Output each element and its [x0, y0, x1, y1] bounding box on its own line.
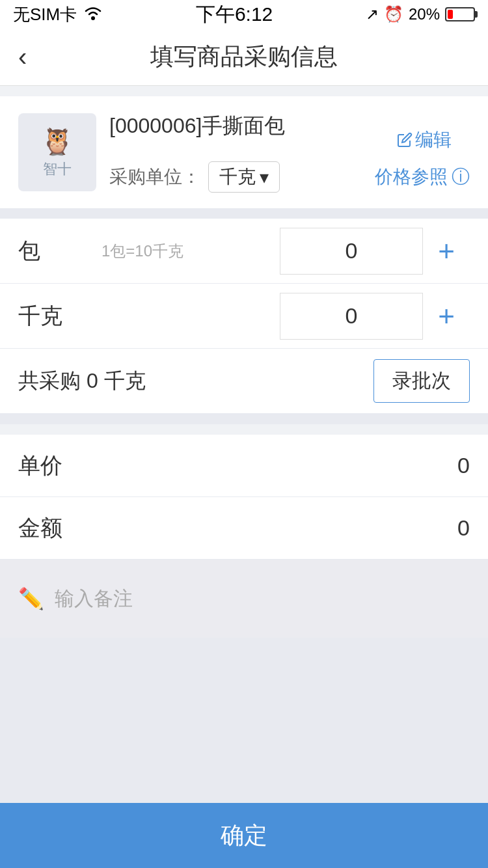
- bag-input[interactable]: [280, 228, 423, 275]
- input-section: 包 1包=10千克 + 千克 + 共采购 0 千克 录批次: [0, 219, 488, 414]
- status-left: 无SIM卡: [13, 3, 103, 26]
- product-bottom-row: 采购单位： 千克 ▾ 价格参照 ⓘ: [109, 161, 470, 193]
- product-image: 🦉 智十: [18, 113, 96, 191]
- unit-value: 千克: [219, 165, 256, 189]
- nav-bar: ‹ 填写商品采购信息: [0, 29, 488, 86]
- unit-label: 采购单位：: [109, 165, 200, 189]
- carrier-text: 无SIM卡: [13, 3, 77, 26]
- product-top-row: [0000006]手撕面包 编辑: [109, 112, 470, 151]
- status-bar: 无SIM卡 下午6:12 ↗ ⏰ 20%: [0, 0, 488, 29]
- kg-label: 千克: [18, 301, 96, 331]
- alarm-icon: ⏰: [384, 5, 403, 23]
- summary-row: 共采购 0 千克 录批次: [0, 349, 488, 414]
- notes-placeholder: 输入备注: [55, 586, 133, 612]
- price-ref-label: 价格参照: [375, 165, 448, 189]
- unit-price-label: 单价: [18, 451, 62, 481]
- confirm-button[interactable]: 确定: [0, 803, 488, 868]
- bag-plus-button[interactable]: +: [423, 228, 470, 275]
- location-icon: ↗: [366, 5, 379, 23]
- section-divider-1: [0, 208, 488, 219]
- unit-price-row: 单价 0: [0, 435, 488, 497]
- battery-icon: [445, 7, 475, 21]
- unit-row: 采购单位： 千克 ▾: [109, 161, 280, 193]
- wifi-icon: [83, 5, 103, 25]
- edit-button[interactable]: 编辑: [397, 128, 452, 152]
- price-ref-button[interactable]: 价格参照 ⓘ: [375, 165, 470, 189]
- product-logo: 🦉: [41, 126, 74, 157]
- bag-input-row: 包 1包=10千克 +: [0, 219, 488, 284]
- product-logo-text: 智十: [41, 159, 74, 179]
- record-batch-button[interactable]: 录批次: [373, 359, 470, 403]
- kg-input[interactable]: [280, 293, 423, 340]
- amount-value: 0: [457, 515, 470, 541]
- page-title: 填写商品采购信息: [150, 41, 338, 73]
- bag-sublabel: 1包=10千克: [102, 241, 183, 262]
- product-info: [0000006]手撕面包 编辑 采购单位： 千克 ▾ 价格参照 ⓘ: [109, 112, 470, 193]
- summary-text: 共采购 0 千克: [18, 367, 146, 396]
- battery-text: 20%: [409, 5, 440, 23]
- pencil-icon: ✏️: [18, 586, 44, 611]
- svg-point-0: [91, 16, 95, 20]
- unit-price-value: 0: [457, 453, 470, 478]
- amount-label: 金额: [18, 513, 62, 543]
- bag-label: 包: [18, 236, 96, 266]
- chevron-down-icon: ▾: [260, 167, 269, 188]
- kg-plus-button[interactable]: +: [423, 293, 470, 340]
- status-right: ↗ ⏰ 20%: [366, 5, 475, 23]
- unit-select[interactable]: 千克 ▾: [208, 161, 280, 193]
- product-card: 🦉 智十 [0000006]手撕面包 编辑 采购单位： 千克 ▾: [0, 96, 488, 208]
- section-divider-2: [0, 414, 488, 424]
- kg-input-row: 千克 +: [0, 284, 488, 349]
- amount-row: 金额 0: [0, 497, 488, 560]
- product-name: [0000006]手撕面包: [109, 112, 285, 141]
- pricing-section: 单价 0 金额 0: [0, 435, 488, 560]
- edit-label: 编辑: [415, 128, 452, 152]
- help-icon: ⓘ: [452, 165, 470, 189]
- status-time: 下午6:12: [196, 1, 273, 28]
- notes-section[interactable]: ✏️ 输入备注: [0, 560, 488, 638]
- back-button[interactable]: ‹: [18, 42, 27, 72]
